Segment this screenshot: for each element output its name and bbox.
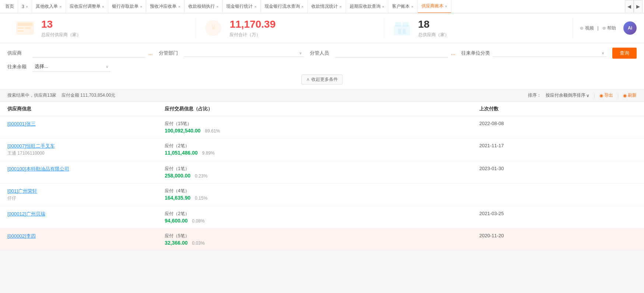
supplier-cell-1: [000001]张三: [7, 121, 165, 127]
last-payment-2: 2021-11-17: [479, 143, 504, 148]
summary-info-payable-total: 11,170.39 应付合计（万）: [230, 18, 376, 38]
category-label: 往来单位分类: [461, 50, 490, 56]
ai-button[interactable]: Ai: [623, 21, 637, 35]
svg-rect-7: [394, 25, 410, 35]
nav-prev-arrow[interactable]: ◀: [625, 0, 634, 13]
result-text-1: 搜索结果中，供应商13家: [7, 93, 56, 98]
transaction-pct-1: 89.61%: [205, 128, 220, 134]
nav-tab-cash-stats-label: 现金银行统计: [226, 3, 253, 10]
last-payment-cell-3: 2023-01-30: [479, 166, 637, 171]
supplier-link-3[interactable]: [000100]本特勒油品有限公司: [7, 166, 69, 172]
category-select[interactable]: ∨: [493, 49, 607, 57]
nav-tab-collection-stats[interactable]: 收款情况统计 ×: [308, 0, 346, 13]
nav-tab-customer-ledger[interactable]: 客户账本 ×: [388, 0, 417, 13]
nav-tab-customer-ledger-label: 客户账本: [392, 3, 410, 10]
supplier-link-4[interactable]: [001]广州荣轩: [7, 188, 37, 194]
nav-tab-other-income[interactable]: 其他收入单 ×: [32, 0, 66, 13]
filter-balance: 往来余额 选择... ∨: [7, 62, 111, 72]
nav-tab-3-close[interactable]: ×: [26, 4, 28, 9]
sort-arrow: ∨: [586, 93, 589, 98]
nav-tab-bank[interactable]: 银行存取款单 ×: [108, 0, 146, 13]
nav-tab-home[interactable]: 首页: [1, 0, 18, 13]
nav-tab-advance[interactable]: 预收冲应收单 ×: [146, 0, 184, 13]
table-row: [000001]张三 应付（15笔） 100,092,540.00 89.61%…: [0, 116, 644, 138]
collapse-button[interactable]: ∧ 收起更多条件: [301, 75, 342, 85]
nav-tab-overdue[interactable]: 超期应收款查询 ×: [346, 0, 388, 13]
supplier-link-2[interactable]: [000007]恒旺二手叉车: [7, 143, 55, 149]
payable-total-label: 应付合计（万）: [230, 32, 376, 38]
nav-tab-3[interactable]: 3 ×: [18, 0, 32, 13]
svg-rect-3: [25, 27, 31, 29]
payable-total-icon: ¥: [203, 18, 224, 38]
person-dots[interactable]: ...: [451, 50, 455, 56]
divider-1: |: [594, 93, 595, 98]
dept-select[interactable]: ∨: [184, 49, 304, 57]
supplier-cell-6: [000002]李四: [7, 233, 165, 239]
export-button[interactable]: ◉ 导出: [599, 92, 613, 99]
supplier-link-1[interactable]: [000001]张三: [7, 121, 36, 127]
help-link[interactable]: ⊙ 帮助: [602, 25, 616, 31]
svg-text:¥: ¥: [211, 24, 216, 31]
filter-area: 供应商 ... 分管部门 ∨ 分管人员 ... 往来单位分类 ∨ 查询: [0, 43, 644, 89]
nav-tab-advance-close[interactable]: ×: [178, 4, 180, 9]
transaction-cell-3: 应付（1笔） 258,000.00 0.23%: [165, 166, 479, 179]
sort-select[interactable]: 按应付余额倒序排序 ∨: [546, 92, 589, 99]
nav-tab-cash-flow[interactable]: 现金银行流水查询 ×: [261, 0, 308, 13]
nav-tab-adjust[interactable]: 应收应付调整单 ×: [66, 0, 108, 13]
filter-dept: 分管部门 ∨: [159, 49, 304, 57]
svg-rect-2: [18, 27, 24, 29]
nav-tab-collection-stats-close[interactable]: ×: [339, 4, 342, 9]
last-payment-cell-5: 2021-03-25: [479, 211, 637, 216]
nav-tab-overdue-close[interactable]: ×: [382, 4, 384, 9]
supplier-link-6[interactable]: [000002]李四: [7, 233, 36, 239]
svg-rect-4: [18, 30, 24, 32]
nav-tab-other-income-close[interactable]: ×: [59, 4, 62, 9]
last-payment-5: 2021-03-25: [479, 211, 504, 216]
transaction-amount-1: 100,092,540.00: [165, 128, 200, 134]
nav-tab-cash-flow-close[interactable]: ×: [301, 4, 304, 9]
nav-tab-advance-label: 预收冲应收单: [150, 3, 176, 10]
filter-person: 分管人员 ...: [310, 49, 455, 58]
supplier-dots[interactable]: ...: [148, 50, 153, 56]
refresh-button[interactable]: ◉ 刷新: [623, 92, 637, 99]
nav-tab-bank-label: 银行存取款单: [112, 3, 139, 10]
balance-arrow: ∨: [106, 65, 108, 69]
search-button[interactable]: 查询: [612, 48, 637, 59]
balance-value: 选择...: [35, 63, 48, 70]
table-header: 供应商信息 应付交易信息（占比） 上次付数: [0, 102, 644, 116]
nav-tab-adjust-label: 应收应付调整单: [70, 3, 101, 10]
table-row: [000002]李四 应付（5笔） 32,366.00 0.03% 2020-1…: [0, 228, 644, 251]
nav-tab-adjust-close[interactable]: ×: [102, 4, 104, 9]
transaction-cell-1: 应付（15笔） 100,092,540.00 89.61%: [165, 121, 479, 134]
total-suppliers-icon: [392, 18, 412, 38]
nav-tab-cash-stats-close[interactable]: ×: [254, 4, 256, 9]
balance-select[interactable]: 选择... ∨: [32, 62, 111, 72]
nav-tab-bank-close[interactable]: ×: [140, 4, 142, 9]
nav-tab-collection[interactable]: 收款核销执行 ×: [185, 0, 223, 13]
last-payment-3: 2023-01-30: [479, 166, 504, 171]
supplier-input[interactable]: [32, 49, 146, 58]
table-row: [000007]恒旺二手叉车 王通 17106110000 应付（2笔） 11,…: [0, 138, 644, 161]
nav-tab-supplier-ledger-close[interactable]: ×: [445, 4, 447, 8]
person-input[interactable]: [335, 49, 448, 58]
nav-next-arrow[interactable]: ▶: [634, 0, 643, 13]
supplier-cell-3: [000100]本特勒油品有限公司: [7, 166, 165, 172]
nav-tab-cash-stats[interactable]: 现金银行统计 ×: [223, 0, 260, 13]
col-last-payment: 上次付数: [479, 106, 637, 112]
last-payment-1: 2022-08-08: [479, 121, 504, 126]
supplier-link-5[interactable]: [000012]广州贝瑞: [7, 211, 45, 217]
transaction-pct-6: 0.03%: [192, 241, 204, 246]
nav-tab-collection-label: 收款核销执行: [188, 3, 215, 10]
transaction-pct-5: 0.08%: [192, 218, 204, 224]
transaction-label-5: 应付（2笔）: [165, 211, 479, 217]
nav-tab-collection-close[interactable]: ×: [216, 4, 218, 9]
nav-tab-supplier-ledger[interactable]: 供应商账本 ×: [418, 0, 451, 13]
refresh-label: 刷新: [628, 92, 637, 99]
refresh-icon: ◉: [623, 93, 627, 98]
video-link[interactable]: ⊙ 视频: [580, 25, 594, 31]
balance-label: 往来余额: [7, 63, 29, 70]
nav-tab-customer-ledger-close[interactable]: ×: [411, 4, 413, 9]
filter-supplier: 供应商 ...: [7, 49, 153, 58]
transaction-label-6: 应付（5笔）: [165, 233, 479, 239]
sort-value: 按应付余额倒序排序: [546, 92, 585, 99]
